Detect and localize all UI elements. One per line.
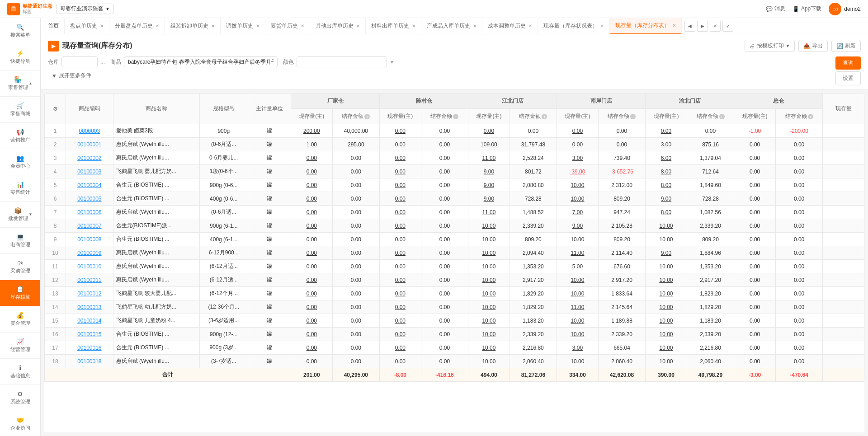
color-input[interactable] (297, 56, 387, 67)
tab-outbound[interactable]: 其他出库单历史 ✕ (310, 18, 366, 34)
tab-next-btn[interactable]: ▶ (697, 21, 708, 32)
info-icon[interactable]: i (630, 114, 636, 119)
cell-total-amount: 0.00 (775, 314, 823, 328)
top-bar-right: 💬 消息 📱 App下载 Ea demo2 (766, 3, 861, 15)
tab-close-icon[interactable]: ✕ (600, 23, 604, 28)
user-area[interactable]: Ea demo2 (829, 3, 861, 15)
cell-code: 00100014 (66, 314, 113, 328)
info-icon[interactable]: i (542, 114, 547, 119)
tab-home[interactable]: 首页 (42, 18, 65, 34)
info-icon[interactable]: i (719, 114, 725, 119)
print-btn[interactable]: 🖨 按模板打印 ▼ (745, 40, 795, 52)
tab-close-icon[interactable]: ✕ (672, 23, 676, 28)
app-download-btn[interactable]: 📱 App下载 (793, 5, 821, 13)
sidebar-item-ecommerce[interactable]: 💻 电商管理 (0, 228, 40, 254)
table-row: 10 00100009 惠氏启赋 (Wyeth illu... 6-12月900… (45, 246, 864, 260)
tab-close-icon[interactable]: ✕ (256, 23, 259, 28)
table-row: 13 00100012 飞鹤星飞帆 较大婴儿配... (6-12个月... 罐 … (45, 287, 864, 300)
cell-chen-stock: 0.00 (380, 178, 421, 192)
cell-unit: 罐 (248, 165, 291, 178)
tab-close-icon[interactable]: ✕ (100, 23, 104, 28)
sidebar-item-basics[interactable]: ℹ 基础信息 (0, 359, 40, 385)
summary-chen-amount: -416.16 (421, 368, 468, 382)
tab-order[interactable]: 要货单历史 ✕ (265, 18, 310, 34)
th-jiangbei-amount: 结存金额i (509, 109, 557, 124)
tab-close-icon[interactable]: ✕ (412, 23, 415, 28)
info-icon[interactable]: i (808, 114, 813, 119)
cell-spec: 900g (0-6... (199, 178, 248, 192)
sidebar-item-system[interactable]: ⚙ 系统管理 (0, 385, 40, 411)
cell-chen-amount: 0.00 (421, 355, 468, 368)
refresh-btn[interactable]: 🔄 刷新 (831, 40, 861, 52)
cell-jiangbei-amount: 2,339.20 (509, 219, 557, 233)
cell-yubei-stock: 8.00 (646, 206, 687, 219)
info-icon[interactable]: i (453, 114, 458, 119)
sidebar-item-search[interactable]: 🔍 搜索英单 (0, 18, 40, 44)
tab-assemble[interactable]: 组装拆卸单历史 ✕ (165, 18, 221, 34)
sidebar-item-purchase[interactable]: 🛍 采购管理 (0, 254, 40, 280)
cell-current (823, 341, 864, 355)
th-yubei: 渝北门店 (646, 94, 734, 109)
cell-yubei-amount: 809.20 (687, 233, 734, 246)
sidebar-item-marketing[interactable]: 📢 营销推广 (0, 123, 40, 149)
expand-conditions-btn[interactable]: ▼ 展开更多条件 (48, 70, 95, 81)
tab-product-inbound[interactable]: 产成品入库单历史 ✕ (421, 18, 482, 34)
cell-current (823, 273, 864, 287)
summary-yubei-amount: 49,798.29 (687, 368, 734, 382)
cell-factory-stock: 0.00 (291, 260, 332, 273)
cell-jiangbei-amount: 31,797.48 (509, 138, 557, 151)
table-container[interactable]: ⚙ 商品编码 商品名称 规格型号 主计量单位 厂家仓 陈村仓 江北门店 南岸门店… (44, 93, 864, 432)
tab-close-icon[interactable]: ✕ (301, 23, 304, 28)
sidebar-item-member[interactable]: 👥 会员中心 (0, 149, 40, 175)
sidebar-item-operation[interactable]: 📈 经营管理 (0, 333, 40, 359)
basics-icon: ℹ (2, 364, 38, 371)
product-input[interactable] (124, 56, 278, 67)
info-icon[interactable]: i (364, 114, 370, 119)
message-btn[interactable]: 💬 消息 (766, 5, 785, 13)
warehouse-input[interactable] (61, 56, 98, 67)
chevron-down-icon: ▼ (105, 6, 110, 11)
tab-stockcount[interactable]: 盘点单历史 ✕ (65, 18, 109, 34)
tab-material[interactable]: 材料出库单历史 ✕ (366, 18, 421, 34)
sidebar-item-mall[interactable]: 🛒 零售商城 (0, 97, 40, 123)
sidebar-item-collab[interactable]: 🤝 企业协同 (0, 411, 40, 436)
tab-stock-dist[interactable]: 现存量（库存分布表） ✕ (610, 18, 682, 34)
search-btn[interactable]: 查询 (835, 56, 861, 70)
cell-yubei-amount: 1,884.96 (687, 246, 734, 260)
tab-close-icon[interactable]: ✕ (211, 23, 215, 28)
sidebar-item-wholesale[interactable]: 📦 批发管理 ▼ (0, 202, 40, 228)
industry-select[interactable]: 母婴行业演示陈套 ▼ (56, 4, 114, 14)
settings-btn[interactable]: 设置 (835, 71, 861, 85)
sidebar-item-retail-stats[interactable]: 📊 零售统计 (0, 175, 40, 202)
tab-close-icon[interactable]: ✕ (528, 23, 532, 28)
table-row: 1 0000003 爱他美 卤菜3段 900g 罐 200.00 40,000.… (45, 124, 864, 138)
cell-jiangbei-amount: 2,528.24 (509, 151, 557, 165)
tab-maximize-btn[interactable]: ⤢ (722, 21, 733, 32)
export-btn[interactable]: 📤 导出 (798, 40, 828, 52)
collapse-btn[interactable]: ▶ (48, 41, 59, 52)
sidebar-item-retail[interactable]: 🏪 零售管理 ▲ (0, 70, 40, 97)
sidebar-item-inventory[interactable]: 📋 库存核算 (0, 280, 40, 306)
th-chen-amount: 结存金额i (421, 109, 468, 124)
cell-factory-stock: 0.00 (291, 233, 332, 246)
tab-partcount[interactable]: 分量盘点单历史 ✕ (109, 18, 165, 34)
cell-name: 飞鹤星飞帆 婴儿配方奶... (113, 165, 199, 178)
cell-nanan-stock: 3.00 (557, 341, 598, 355)
cell-yubei-stock: 10.00 (646, 260, 687, 273)
tab-close-icon[interactable]: ✕ (156, 23, 159, 28)
cell-unit: 罐 (248, 178, 291, 192)
tab-cost-adjust[interactable]: 成本调整单历史 ✕ (482, 18, 538, 34)
cell-factory-stock: 0.00 (291, 328, 332, 341)
tab-close-icon[interactable]: ✕ (473, 23, 476, 28)
cell-spec: (3-6岁适用... (199, 314, 248, 328)
tab-close-icon[interactable]: ✕ (356, 23, 360, 28)
cell-total-stock: 0.00 (734, 341, 775, 355)
tab-transfer[interactable]: 调拨单历史 ✕ (221, 18, 265, 34)
warehouse-picker-btn[interactable]: ... (100, 59, 105, 65)
tab-prev-btn[interactable]: ◀ (684, 21, 695, 32)
tab-stock-status[interactable]: 现存量（库存状况表） ✕ (538, 18, 610, 34)
sidebar-item-quicknav[interactable]: ⚡ 快捷导航 (0, 44, 40, 70)
sidebar-item-finance[interactable]: 💰 资金管理 (0, 306, 40, 333)
tab-close-all-btn[interactable]: ✕ (710, 21, 721, 32)
cell-unit: 罐 (248, 341, 291, 355)
